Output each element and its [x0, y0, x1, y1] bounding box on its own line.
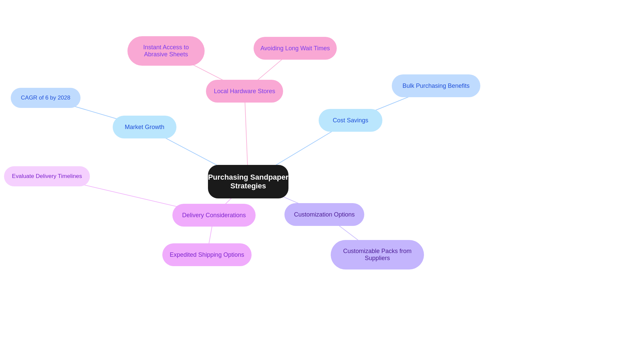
- cagr-node[interactable]: CAGR of 6 by 2028: [11, 88, 80, 108]
- instant-access-node[interactable]: Instant Access to Abrasive Sheets: [127, 36, 205, 66]
- delivery-considerations-label: Delivery Considerations: [182, 212, 246, 219]
- customization-options-node[interactable]: Customization Options: [284, 203, 364, 226]
- bulk-purchasing-label: Bulk Purchasing Benefits: [402, 82, 470, 89]
- expedited-shipping-label: Expedited Shipping Options: [170, 251, 244, 258]
- avoiding-wait-label: Avoiding Long Wait Times: [260, 45, 330, 52]
- cost-savings-label: Cost Savings: [333, 117, 368, 124]
- evaluate-delivery-label: Evaluate Delivery Timelines: [12, 173, 82, 180]
- evaluate-delivery-node[interactable]: Evaluate Delivery Timelines: [4, 166, 90, 186]
- local-hardware-node[interactable]: Local Hardware Stores: [206, 80, 283, 103]
- local-hardware-label: Local Hardware Stores: [214, 88, 275, 95]
- market-growth-label: Market Growth: [125, 124, 164, 131]
- expedited-shipping-node[interactable]: Expedited Shipping Options: [162, 243, 252, 266]
- customization-options-label: Customization Options: [294, 211, 355, 218]
- cost-savings-node[interactable]: Cost Savings: [319, 109, 382, 132]
- customizable-packs-label: Customizable Packs from Suppliers: [339, 248, 416, 262]
- customizable-packs-node[interactable]: Customizable Packs from Suppliers: [331, 240, 424, 269]
- delivery-considerations-node[interactable]: Delivery Considerations: [172, 204, 256, 227]
- center-node-label: Purchasing Sandpaper Strategies: [208, 173, 288, 190]
- cagr-label: CAGR of 6 by 2028: [21, 95, 70, 101]
- avoiding-wait-node[interactable]: Avoiding Long Wait Times: [254, 37, 337, 60]
- bulk-purchasing-node[interactable]: Bulk Purchasing Benefits: [392, 74, 480, 97]
- center-node[interactable]: Purchasing Sandpaper Strategies: [208, 165, 288, 198]
- instant-access-label: Instant Access to Abrasive Sheets: [134, 44, 198, 58]
- market-growth-node[interactable]: Market Growth: [113, 116, 176, 138]
